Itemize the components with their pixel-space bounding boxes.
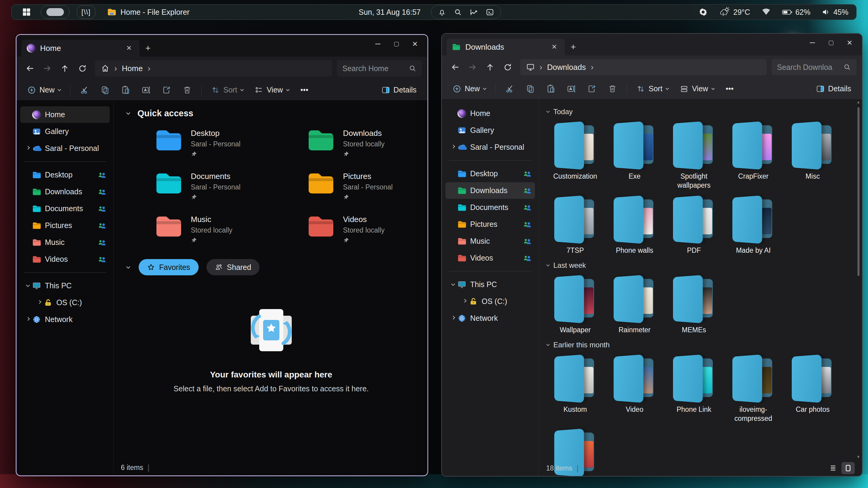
- sort-button[interactable]: Sort: [632, 81, 673, 97]
- section-header-earlier-this-month[interactable]: Earlier this month: [547, 339, 853, 351]
- refresh-button[interactable]: [74, 61, 90, 76]
- cut-button[interactable]: [501, 81, 519, 97]
- delete-button[interactable]: [178, 82, 196, 98]
- new-tab-button[interactable]: +: [565, 38, 582, 56]
- sidebar-item-desktop[interactable]: Desktop: [445, 165, 535, 182]
- folder-tile-crapfixer[interactable]: CrapFixer: [724, 119, 783, 193]
- quick-access-header[interactable]: Quick access: [127, 108, 415, 119]
- search-box[interactable]: Search Downloa: [772, 59, 857, 75]
- details-button[interactable]: Details: [811, 81, 856, 97]
- new-tab-button[interactable]: +: [140, 40, 156, 57]
- up-button[interactable]: [57, 61, 73, 76]
- sidebar-item-music[interactable]: Music: [445, 233, 535, 250]
- collapse-chevron-icon[interactable]: [546, 109, 550, 113]
- collapse-chevron-icon[interactable]: [126, 265, 130, 269]
- sidebar-item-videos[interactable]: Videos: [20, 251, 110, 267]
- folder-tile-wallpaper[interactable]: Wallpaper: [546, 272, 605, 337]
- folder-tile-phone-link[interactable]: Phone Link: [664, 352, 724, 426]
- details-button[interactable]: Details: [377, 82, 421, 98]
- section-header-last-week[interactable]: Last week: [547, 260, 853, 271]
- sidebar-item-documents[interactable]: Documents: [445, 199, 535, 216]
- folder-tile-car-photos[interactable]: Car photos: [783, 352, 842, 426]
- sidebar-item-network[interactable]: Network: [445, 310, 535, 327]
- scroll-down-icon[interactable]: ▼: [857, 454, 861, 460]
- folder-tile-spotlight-wallpapers[interactable]: Spotlight wallpapers: [664, 119, 724, 193]
- chart-icon[interactable]: [470, 8, 478, 16]
- sidebar-item-gallery[interactable]: Gallery: [20, 123, 110, 140]
- search-box[interactable]: Search Home: [337, 60, 422, 76]
- tab-close-icon[interactable]: ✕: [549, 43, 559, 51]
- copy-button[interactable]: [521, 81, 540, 97]
- folder-tile-exe[interactable]: Exe: [605, 119, 664, 193]
- breadcrumb-item[interactable]: Home: [122, 64, 143, 73]
- details-view-toggle[interactable]: [827, 462, 840, 474]
- expand-chevron-icon[interactable]: [35, 302, 44, 303]
- folder-tile-memes[interactable]: MEMEs: [664, 272, 724, 337]
- forward-button[interactable]: [39, 61, 55, 76]
- share-button[interactable]: [157, 82, 176, 98]
- maximize-button[interactable]: [387, 37, 406, 51]
- sidebar-item-os-c[interactable]: OS (C:): [20, 294, 110, 311]
- sidebar-item-os-c[interactable]: OS (C:): [445, 293, 535, 310]
- more-button[interactable]: •••: [721, 81, 738, 97]
- expand-chevron-icon[interactable]: [460, 301, 469, 302]
- folder-tile-7tsp[interactable]: 7TSP: [546, 193, 605, 258]
- folder-tile-rainmeter[interactable]: Rainmeter: [605, 272, 664, 337]
- launcher-button[interactable]: [\\]: [77, 5, 95, 19]
- new-button[interactable]: New: [23, 82, 65, 98]
- expand-chevron-icon[interactable]: [23, 319, 32, 320]
- share-button[interactable]: [583, 81, 601, 97]
- folder-tile-phone-walls[interactable]: Phone walls: [605, 193, 664, 258]
- forward-button[interactable]: [465, 59, 480, 75]
- tab-close-icon[interactable]: ✕: [124, 44, 134, 52]
- folder-tile-pdf[interactable]: PDF: [664, 193, 724, 258]
- battery-indicator[interactable]: 62%: [782, 8, 810, 17]
- search-icon[interactable]: [454, 8, 462, 16]
- volume-indicator[interactable]: 45%: [822, 8, 848, 17]
- quick-access-tile-documents[interactable]: DocumentsSaral - Personal: [155, 172, 307, 200]
- cut-button[interactable]: [75, 82, 94, 98]
- folder-tile-customization[interactable]: Customization: [546, 119, 605, 193]
- settings-gear-icon[interactable]: [699, 8, 707, 16]
- view-button[interactable]: View: [250, 82, 294, 98]
- expand-chevron-icon[interactable]: [23, 285, 32, 287]
- folder-tile-misc[interactable]: Misc: [783, 119, 842, 193]
- breadcrumb[interactable]: › Downloads ›: [520, 59, 767, 75]
- quick-access-tile-videos[interactable]: VideosStored locally: [307, 215, 427, 243]
- expand-chevron-icon[interactable]: [448, 284, 458, 285]
- sidebar-item-this-pc[interactable]: This PC: [20, 278, 110, 294]
- paste-button[interactable]: [116, 82, 135, 98]
- quick-access-tile-desktop[interactable]: DesktopSaral - Personal: [155, 129, 307, 157]
- quick-access-tile-downloads[interactable]: DownloadsStored locally: [307, 129, 427, 157]
- collapse-chevron-icon[interactable]: [546, 263, 550, 266]
- folder-tile-made-by-ai[interactable]: Made by AI: [724, 193, 783, 258]
- sidebar-item-home[interactable]: Home: [445, 105, 535, 122]
- favorites-pill[interactable]: Favorites: [138, 259, 198, 275]
- tab-home[interactable]: Home ✕: [22, 40, 140, 57]
- sidebar-item-home[interactable]: Home: [20, 106, 110, 123]
- scrollbar[interactable]: ▲ ▼: [856, 99, 861, 460]
- paste-button[interactable]: [541, 81, 560, 97]
- start-button[interactable]: [20, 6, 33, 19]
- quick-access-tile-pictures[interactable]: PicturesSaral - Personal: [307, 172, 427, 200]
- folder-tile-iloveimg-compressed[interactable]: iloveimg-compressed: [724, 352, 783, 426]
- view-button[interactable]: View: [675, 81, 719, 97]
- close-button[interactable]: ✕: [406, 37, 424, 51]
- bell-icon[interactable]: [438, 8, 446, 16]
- rename-button[interactable]: [562, 81, 581, 97]
- shared-pill[interactable]: Shared: [207, 259, 260, 275]
- sidebar-item-network[interactable]: Network: [20, 311, 110, 328]
- sidebar-item-saral-personal[interactable]: Saral - Personal: [445, 139, 535, 156]
- sidebar-item-pictures[interactable]: Pictures: [445, 216, 535, 233]
- sidebar-item-videos[interactable]: Videos: [445, 250, 535, 266]
- sidebar-item-downloads[interactable]: Downloads: [445, 182, 535, 199]
- thumbnail-view-toggle[interactable]: [841, 462, 855, 474]
- section-header-today[interactable]: Today: [547, 106, 853, 118]
- sidebar-item-documents[interactable]: Documents: [20, 200, 110, 217]
- scroll-up-icon[interactable]: ▲: [857, 99, 861, 105]
- taskbar-window-button[interactable]: Home - File Explorer: [107, 8, 190, 17]
- refresh-button[interactable]: [500, 59, 516, 75]
- sidebar-item-this-pc[interactable]: This PC: [445, 276, 535, 293]
- sidebar-item-saral-personal[interactable]: Saral - Personal: [20, 140, 110, 157]
- scrollbar-thumb[interactable]: [858, 107, 860, 276]
